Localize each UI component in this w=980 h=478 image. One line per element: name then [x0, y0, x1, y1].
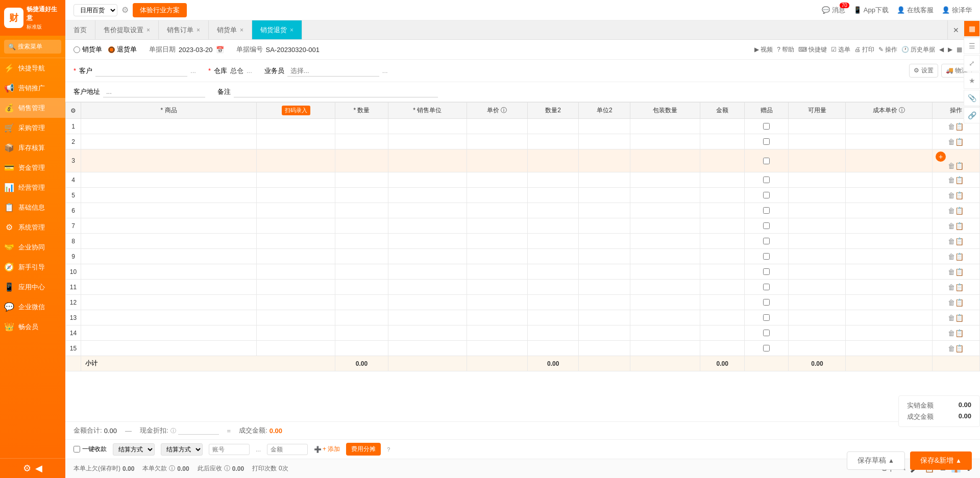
col-costprice-header[interactable]: 成本单价 ⓘ	[846, 103, 933, 119]
qty2-cell-10[interactable]	[527, 264, 579, 280]
unit-cell-10[interactable]	[388, 264, 467, 280]
delete-row-btn-8[interactable]: 🗑	[948, 237, 955, 245]
price-cell-14[interactable]	[467, 325, 527, 341]
qty2-cell-15[interactable]	[527, 341, 579, 356]
help-btn[interactable]: ? 帮助	[777, 45, 794, 54]
packqty-cell-2[interactable]	[630, 134, 700, 149]
gift-cell-10[interactable]	[744, 264, 789, 280]
gift-cell-2[interactable]	[744, 134, 789, 149]
gift-checkbox-4[interactable]	[763, 177, 770, 183]
amount-cell-4[interactable]	[700, 172, 745, 188]
price-cell-15[interactable]	[467, 341, 527, 356]
price-cell-1[interactable]	[467, 119, 527, 134]
tab-close-price-setting[interactable]: ×	[146, 27, 150, 34]
gift-cell-4[interactable]	[744, 172, 789, 188]
sidebar-logo[interactable]: 财 畅捷通好生意 标准版	[0, 0, 65, 36]
sidebar-item-wechat[interactable]: 💬企业微信	[0, 297, 65, 317]
gift-cell-9[interactable]	[744, 249, 789, 264]
unit-cell-1[interactable]	[388, 119, 467, 134]
address-input[interactable]	[103, 86, 205, 97]
qty2-cell-1[interactable]	[527, 119, 579, 134]
delete-row-btn-9[interactable]: 🗑	[948, 253, 955, 261]
delete-row-btn-14[interactable]: 🗑	[948, 329, 955, 337]
product-cell-6[interactable]	[81, 203, 257, 218]
qty-cell-1[interactable]	[335, 119, 388, 134]
available-cell-2[interactable]	[789, 134, 846, 149]
gift-checkbox-7[interactable]	[763, 222, 770, 229]
qty2-cell-3[interactable]	[527, 149, 579, 172]
amount-cell-6[interactable]	[700, 203, 745, 218]
amount-input[interactable]	[267, 444, 308, 455]
price-cell-8[interactable]	[467, 234, 527, 249]
unit-cell-3[interactable]	[388, 149, 467, 172]
gift-checkbox-10[interactable]	[763, 268, 770, 275]
price-cell-10[interactable]	[467, 264, 527, 280]
app-download-button[interactable]: 📱 App下载	[853, 6, 889, 15]
online-service-button[interactable]: 👤 在线客服	[897, 6, 934, 15]
gift-checkbox-2[interactable]	[763, 138, 770, 145]
unit2-cell-8[interactable]	[579, 234, 630, 249]
packqty-cell-4[interactable]	[630, 172, 700, 188]
gift-checkbox-13[interactable]	[763, 314, 770, 321]
amount-cell-15[interactable]	[700, 341, 745, 356]
copy-row-btn-11[interactable]: 📋	[955, 283, 964, 291]
gift-checkbox-3[interactable]	[763, 158, 770, 164]
gift-checkbox-14[interactable]	[763, 330, 770, 336]
right-sidebar-link[interactable]: 🔗	[964, 107, 980, 123]
discount-input[interactable]	[178, 427, 219, 435]
search-menu-button[interactable]: 🔍 搜索菜单	[4, 40, 61, 54]
product-cell-3[interactable]	[81, 149, 257, 172]
col-scan-header[interactable]: 扫码录入	[257, 103, 335, 119]
unit2-cell-7[interactable]	[579, 218, 630, 234]
copy-row-btn-12[interactable]: 📋	[955, 298, 964, 307]
sidebar-item-operations[interactable]: 📊经营管理	[0, 178, 65, 197]
packqty-cell-7[interactable]	[630, 218, 700, 234]
sidebar-settings-button[interactable]: ⚙	[23, 463, 31, 474]
product-cell-12[interactable]	[81, 295, 257, 310]
copy-row-btn-10[interactable]: 📋	[955, 268, 964, 276]
costprice-cell-3[interactable]	[846, 149, 933, 172]
product-cell-13[interactable]	[81, 310, 257, 325]
account-input[interactable]	[209, 444, 250, 455]
sidebar-item-guide[interactable]: 🧭新手引导	[0, 257, 65, 277]
packqty-cell-3[interactable]	[630, 149, 700, 172]
product-cell-8[interactable]	[81, 234, 257, 249]
product-cell-4[interactable]	[81, 172, 257, 188]
calc-method-select[interactable]: 结算方式	[161, 443, 203, 456]
gift-cell-12[interactable]	[744, 295, 789, 310]
costprice-cell-2[interactable]	[846, 134, 933, 149]
costprice-cell-1[interactable]	[846, 119, 933, 134]
delete-row-btn-6[interactable]: 🗑	[948, 207, 955, 215]
gift-checkbox-11[interactable]	[763, 284, 770, 290]
product-cell-14[interactable]	[81, 325, 257, 341]
amount-cell-14[interactable]	[700, 325, 745, 341]
sidebar-collapse-button[interactable]: ◀	[35, 463, 42, 474]
product-input-3[interactable]	[84, 157, 253, 164]
available-cell-13[interactable]	[789, 310, 846, 325]
nav-prev-btn[interactable]: ◀	[939, 46, 944, 53]
unit-cell-9[interactable]	[388, 249, 467, 264]
qty-cell-13[interactable]	[335, 310, 388, 325]
product-cell-10[interactable]	[81, 264, 257, 280]
amount-cell-3[interactable]	[700, 149, 745, 172]
amount-cell-13[interactable]	[700, 310, 745, 325]
add-row-btn[interactable]: +	[936, 152, 946, 162]
packqty-cell-6[interactable]	[630, 203, 700, 218]
unit2-cell-10[interactable]	[579, 264, 630, 280]
delete-row-btn-3[interactable]: 🗑	[948, 162, 955, 170]
amount-cell-1[interactable]	[700, 119, 745, 134]
unit2-cell-2[interactable]	[579, 134, 630, 149]
costprice-cell-12[interactable]	[846, 295, 933, 310]
discount-help-icon[interactable]: ⓘ	[170, 427, 176, 435]
gift-cell-8[interactable]	[744, 234, 789, 249]
gift-cell-15[interactable]	[744, 341, 789, 356]
copy-row-btn-5[interactable]: 📋	[955, 191, 964, 199]
product-cell-5[interactable]	[81, 188, 257, 203]
packqty-cell-14[interactable]	[630, 325, 700, 341]
product-cell-2[interactable]	[81, 134, 257, 149]
col-amount-header[interactable]: 金额	[700, 103, 745, 119]
right-sidebar-expand[interactable]: ⤢	[964, 55, 980, 71]
sidebar-item-member[interactable]: 👑畅会员	[0, 317, 65, 337]
unit-cell-5[interactable]	[388, 188, 467, 203]
payment-method-select[interactable]: 结算方式	[113, 443, 155, 456]
